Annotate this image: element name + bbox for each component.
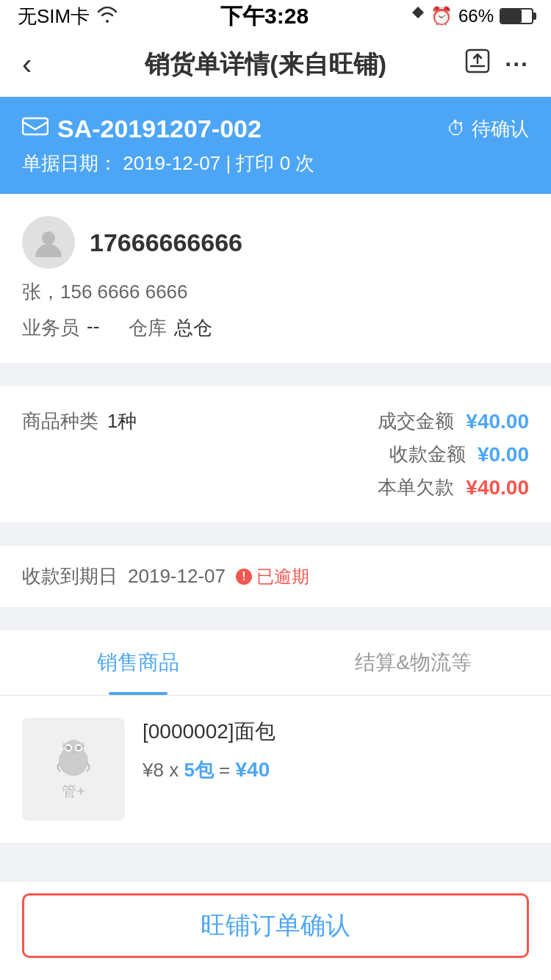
- battery-icon: [500, 8, 533, 24]
- order-date-row: 单据日期： 2019-12-07 | 打印 0 次: [22, 151, 529, 176]
- customer-meta: 业务员 -- 仓库 总仓: [22, 315, 529, 341]
- category-value: 1种: [107, 408, 137, 434]
- received-label: 收款金额: [389, 442, 466, 467]
- battery-percent: 66%: [458, 6, 494, 26]
- received-row: 收款金额 ¥0.00: [389, 442, 529, 467]
- order-header-card: SA-20191207-002 ⏱ 待确认 单据日期： 2019-12-07 |…: [0, 97, 551, 194]
- customer-top: 17666666666: [22, 216, 529, 269]
- sales-value: --: [87, 315, 99, 341]
- date-value: 2019-12-07: [123, 152, 220, 174]
- divider-1: [0, 375, 551, 386]
- warehouse-label: 仓库: [129, 315, 167, 341]
- alarm-icon: ⏰: [431, 6, 453, 26]
- overdue-dot-icon: !: [236, 569, 252, 585]
- transaction-value: ¥40.00: [466, 410, 529, 433]
- confirm-order-button[interactable]: 旺铺订单确认: [22, 893, 529, 958]
- divider-3: [0, 619, 551, 630]
- order-icon: [22, 115, 48, 143]
- owed-label: 本单欠款: [378, 475, 454, 500]
- tab-label-0: 销售商品: [97, 649, 179, 677]
- transaction-label: 成交金额: [378, 408, 454, 434]
- tab-underline: [109, 692, 168, 695]
- product-section: 管+ [0000002]面包 ¥8 x 5包 = ¥40: [0, 696, 551, 843]
- warehouse-value: 总仓: [174, 315, 212, 341]
- sales-meta: 业务员 --: [22, 315, 99, 341]
- product-sku: [0000002]: [143, 720, 234, 743]
- thumb-inner: 管+: [48, 738, 99, 801]
- due-date-section: 收款到期日 2019-12-07 ! 已逾期: [0, 546, 551, 607]
- customer-section: 17666666666 张，156 6666 6666 业务员 -- 仓库 总仓: [0, 194, 551, 363]
- order-id-row: SA-20191207-002: [22, 115, 262, 143]
- more-button[interactable]: ···: [505, 51, 529, 78]
- order-status: ⏱ 待确认: [447, 116, 529, 142]
- svg-rect-1: [23, 118, 48, 134]
- product-item: 管+ [0000002]面包 ¥8 x 5包 = ¥40: [22, 718, 529, 821]
- product-info: [0000002]面包 ¥8 x 5包 = ¥40: [143, 718, 529, 783]
- date-label: 单据日期：: [22, 152, 118, 174]
- product-name: [0000002]面包: [143, 718, 529, 746]
- export-button[interactable]: [465, 48, 490, 80]
- customer-phone: 17666666666: [90, 228, 242, 257]
- owed-value: ¥40.00: [466, 476, 529, 500]
- status-bar: 无SIM卡 下午3:28 ⏰ 66%: [0, 0, 551, 32]
- summary-section: 商品种类 1种 成交金额 ¥40.00 收款金额 ¥0.00 本单欠款 ¥40.…: [0, 386, 551, 522]
- status-right: ⏰ 66%: [411, 6, 533, 26]
- svg-point-7: [66, 746, 71, 750]
- status-text: 待确认: [472, 116, 529, 142]
- due-date-value: 2019-12-07: [128, 565, 226, 588]
- bottom-button-area: 旺铺订单确认: [0, 881, 551, 980]
- print-text: | 打印 0 次: [226, 152, 314, 174]
- nav-actions: ···: [465, 48, 529, 80]
- price-equals: =: [214, 759, 236, 781]
- svg-point-8: [76, 746, 81, 750]
- tabs-bar: 销售商品 结算&物流等: [0, 630, 551, 696]
- status-clock-icon: ⏱: [447, 118, 466, 140]
- svg-point-2: [42, 231, 55, 245]
- owed-row: 本单欠款 ¥40.00: [378, 475, 529, 500]
- product-thumbnail: 管+: [22, 718, 125, 821]
- summary-left: 商品种类 1种: [22, 408, 137, 434]
- divider-2: [0, 534, 551, 546]
- order-id-text: SA-20191207-002: [57, 115, 262, 143]
- tab-settlement-logistics[interactable]: 结算&物流等: [276, 630, 551, 695]
- tab-label-1: 结算&物流等: [355, 649, 472, 677]
- sales-label: 业务员: [22, 315, 79, 341]
- time-display: 下午3:28: [220, 1, 309, 32]
- wifi-icon: [97, 5, 118, 28]
- warehouse-meta: 仓库 总仓: [129, 315, 212, 341]
- header-top: SA-20191207-002 ⏱ 待确认: [22, 115, 529, 143]
- page-title: 销货单详情(来自旺铺): [66, 48, 465, 82]
- carrier-text: 无SIM卡: [18, 4, 90, 29]
- avatar: [22, 216, 75, 269]
- tab-sales-products[interactable]: 销售商品: [0, 630, 276, 695]
- product-title: 面包: [234, 720, 276, 743]
- price-qty: 5包: [184, 759, 213, 781]
- overdue-badge: ! 已逾期: [236, 565, 309, 588]
- status-left: 无SIM卡: [18, 4, 118, 29]
- product-price: ¥8 x 5包 = ¥40: [143, 757, 529, 783]
- due-label: 收款到期日: [22, 563, 118, 589]
- overdue-text: 已逾期: [256, 565, 309, 588]
- summary-row: 商品种类 1种 成交金额 ¥40.00 收款金额 ¥0.00 本单欠款 ¥40.…: [22, 408, 529, 500]
- category-label: 商品种类: [22, 408, 98, 434]
- price-text: ¥8 x: [143, 759, 184, 781]
- nav-bar: ‹ 销货单详情(来自旺铺) ···: [0, 32, 551, 97]
- brand-text: 管+: [62, 782, 85, 801]
- summary-right: 成交金额 ¥40.00 收款金额 ¥0.00 本单欠款 ¥40.00: [378, 408, 529, 500]
- received-value: ¥0.00: [478, 443, 529, 466]
- back-button[interactable]: ‹: [22, 48, 66, 81]
- location-icon: [411, 6, 425, 26]
- price-total: ¥40: [235, 758, 270, 781]
- customer-name: 张，156 6666 6666: [22, 279, 529, 305]
- transaction-row: 成交金额 ¥40.00: [378, 408, 529, 434]
